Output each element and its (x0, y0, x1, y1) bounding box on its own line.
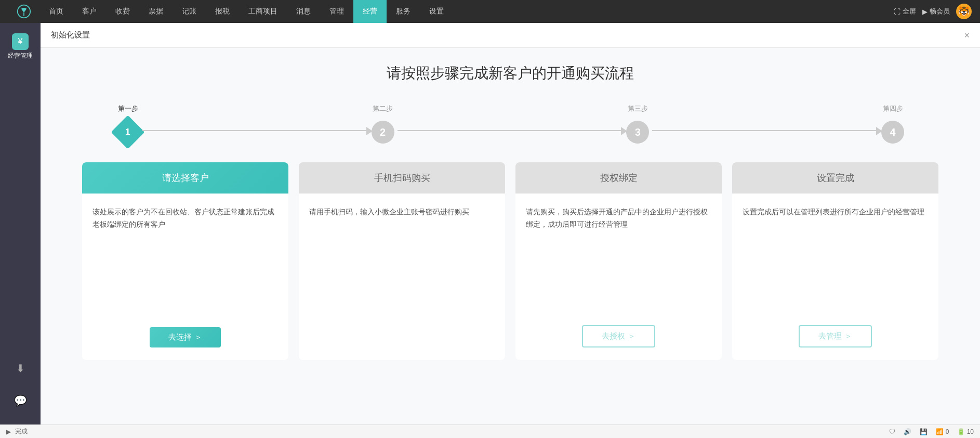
status-volume-icon: 🔊 (904, 428, 911, 435)
nav-business[interactable]: 工商项目 (239, 0, 287, 23)
fullscreen-icon: ⛶ (894, 8, 900, 16)
card-3-button[interactable]: 去授权 ＞ (582, 325, 655, 347)
card-1-button[interactable]: 去选择 ＞ (150, 327, 220, 347)
step-number-1: 1 (125, 126, 130, 137)
nav-manage[interactable]: 管理 (320, 0, 353, 23)
play-icon: ▶ (922, 8, 928, 16)
card-4: 设置完成 设置完成后可以在管理列表进行所有企业用户的经营管理 去管理 ＞ (732, 162, 938, 360)
card-2-header: 手机扫码购买 (299, 162, 505, 194)
sidebar-item-operation[interactable]: ¥ 经营管理 (0, 28, 41, 66)
setup-content: 请按照步骤完成新客户的开通购买流程 第一步 1 第二步 (41, 48, 980, 424)
nav-message[interactable]: 消息 (287, 0, 320, 23)
step-line-2 (398, 130, 624, 131)
main-layout: ¥ 经营管理 ⬇ 💬 初始化设置 × 请按照步骤完成新客户的开通购买流程 (0, 23, 980, 424)
sidebar: ¥ 经营管理 ⬇ 💬 (0, 23, 41, 424)
nav-logo (8, 4, 39, 19)
nav-customer[interactable]: 客户 (73, 0, 106, 23)
card-4-body: 设置完成后可以在管理列表进行所有企业用户的经营管理 (732, 194, 938, 317)
nav-account[interactable]: 记账 (173, 0, 206, 23)
step-number-3: 3 (635, 126, 641, 138)
step-label-3: 第三步 (628, 104, 648, 113)
sidebar-bottom: ⬇ 💬 (0, 355, 41, 424)
step-label-2: 第二步 (373, 104, 393, 113)
nav-settings[interactable]: 设置 (420, 0, 453, 23)
card-3-body: 请先购买，购买后选择开通的产品中的企业用户进行授权绑定，成功后即可进行经营管理 (515, 194, 722, 317)
nav-tax[interactable]: 报税 (206, 0, 239, 23)
status-save-icon: 💾 (920, 428, 928, 435)
card-3-header: 授权绑定 (515, 162, 722, 194)
avatar[interactable]: 🐯 (956, 4, 972, 19)
status-battery: 🔋 10 (957, 428, 974, 435)
card-3-footer: 去授权 ＞ (515, 317, 722, 360)
step-number-4: 4 (890, 126, 895, 138)
step-circle-2-wrap: 2 (368, 118, 398, 147)
step-circle-3-wrap: 3 (623, 118, 652, 147)
card-1-header: 请选择客户 (82, 162, 288, 194)
status-network: 📶 0 (936, 428, 949, 435)
nav-operation[interactable]: 经营 (353, 0, 387, 23)
nav-service[interactable]: 服务 (387, 0, 420, 23)
page-title: 初始化设置 (51, 30, 90, 40)
download-icon: ⬇ (12, 360, 29, 377)
step-circle-1-wrap: 1 (113, 118, 142, 147)
nav-right: ⛶ 全屏 ▶ 畅会员 🐯 (894, 4, 972, 19)
card-4-header: 设置完成 (732, 162, 938, 194)
step-circle-3: 3 (626, 121, 649, 144)
main-content: 初始化设置 × 请按照步骤完成新客户的开通购买流程 第一步 1 (41, 23, 980, 424)
step-line-1 (142, 130, 368, 131)
card-2-footer (299, 339, 505, 360)
step-circle-4-wrap: 4 (878, 118, 907, 147)
card-3: 授权绑定 请先购买，购买后选择开通的产品中的企业用户进行授权绑定，成功后即可进行… (515, 162, 722, 360)
nav-items: 首页 客户 收费 票据 记账 报税 工商项目 消息 管理 经营 服务 设置 (39, 0, 894, 23)
step-node-4: 第四步 4 (878, 104, 907, 147)
step-label-4: 第四步 (883, 104, 903, 113)
cards-row: 请选择客户 该处展示的客户为不在回收站、客户状态正常建账后完成老板端绑定的所有客… (72, 162, 949, 360)
close-button[interactable]: × (964, 31, 970, 40)
card-1-footer: 去选择 ＞ (82, 319, 288, 360)
step-diamond-1: 1 (111, 115, 144, 149)
status-shield-icon: 🛡 (889, 428, 895, 435)
step-line-3 (652, 130, 878, 131)
step-node-3: 第三步 3 (623, 104, 652, 147)
status-text: 完成 (15, 427, 28, 436)
sidebar-download[interactable]: ⬇ (0, 355, 41, 382)
support-icon: 💬 (12, 392, 29, 409)
status-play-icon: ▶ (6, 428, 11, 435)
step-circle-2: 2 (372, 121, 394, 144)
sidebar-support[interactable]: 💬 (0, 387, 41, 414)
status-bar: ▶ 完成 🛡 🔊 💾 📶 0 🔋 10 (0, 424, 980, 438)
status-bar-right: 🛡 🔊 💾 📶 0 🔋 10 (889, 428, 974, 435)
card-1: 请选择客户 该处展示的客户为不在回收站、客户状态正常建账后完成老板端绑定的所有客… (82, 162, 288, 360)
step-number-2: 2 (380, 126, 386, 138)
card-2-body: 请用手机扫码，输入小微企业主账号密码进行购买 (299, 194, 505, 339)
fullscreen-btn[interactable]: ⛶ 全屏 (894, 7, 916, 16)
step-node-1: 第一步 1 (113, 104, 142, 147)
step-node-2: 第二步 2 (368, 104, 398, 147)
top-nav: 首页 客户 收费 票据 记账 报税 工商项目 消息 管理 经营 服务 设置 ⛶ … (0, 0, 980, 23)
nav-home[interactable]: 首页 (39, 0, 73, 23)
card-4-footer: 去管理 ＞ (732, 317, 938, 360)
page-header: 初始化设置 × (41, 23, 980, 48)
card-1-body: 该处展示的客户为不在回收站、客户状态正常建账后完成老板端绑定的所有客户 (82, 194, 288, 319)
operation-icon: ¥ (12, 33, 29, 50)
steps-container: 第一步 1 第二步 2 (72, 104, 949, 147)
card-4-button[interactable]: 去管理 ＞ (799, 325, 871, 347)
setup-title: 请按照步骤完成新客户的开通购买流程 (72, 63, 949, 83)
member-btn[interactable]: ▶ 畅会员 (922, 7, 950, 16)
card-2: 手机扫码购买 请用手机扫码，输入小微企业主账号密码进行购买 (299, 162, 505, 360)
nav-bill[interactable]: 票据 (139, 0, 173, 23)
step-circle-4: 4 (881, 121, 904, 144)
nav-fee[interactable]: 收费 (106, 0, 139, 23)
step-label-1: 第一步 (118, 104, 138, 113)
